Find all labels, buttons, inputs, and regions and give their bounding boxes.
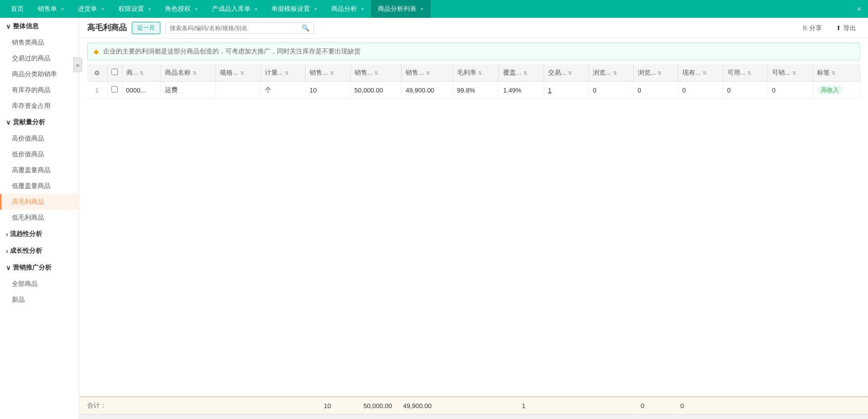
close-icon[interactable]: × [255,6,257,12]
export-icon: ⬆ [836,24,841,32]
nav-sales-order[interactable]: 销售单 × [31,0,71,18]
sort-icon: ⇅ [193,70,197,76]
time-filter-button[interactable]: 近一月 [132,22,160,34]
nav-role-auth[interactable]: 角色授权 × [158,0,204,18]
sidebar-item-traded-goods[interactable]: 交易过的商品 [0,50,79,66]
row-gross-rate: 99.8% [453,82,499,99]
row-view1: 0 [589,82,633,99]
sort-icon: ⇅ [831,70,835,76]
header-actions: ⎘ 分享 ⬆ 导出 [799,22,860,34]
th-tag[interactable]: 标签 ⇅ [813,64,860,82]
content-area: 高毛利商品 近一月 🔍 ⎘ 分享 ⬆ 导出 ◆ 企业的主要的利润都是这部分商品创… [79,18,868,419]
sort-icon: ⇅ [703,70,707,76]
row-number: 1 [87,82,107,99]
nav-home[interactable]: 首页 [4,0,31,18]
close-icon[interactable]: × [195,6,198,12]
th-sale-profit[interactable]: 销售... ⇅ [402,64,453,82]
row-coverage: 1.49% [499,82,544,99]
export-button[interactable]: ⬆ 导出 [832,22,860,34]
sidebar-section-growth[interactable]: › 成长性分析 [0,242,79,259]
th-settings[interactable]: ⚙ [87,64,107,82]
row-select-checkbox[interactable] [111,86,118,93]
bottom-scrollbar[interactable] [79,414,868,419]
close-icon[interactable]: × [101,6,104,12]
sort-icon: ⇅ [140,70,144,76]
table-row: 1 0000... 运费 个 10 50,000.00 49,900.00 99… [87,82,860,99]
nav-product-analysis[interactable]: 商品分析 × [324,0,371,18]
search-input[interactable] [170,25,299,32]
sidebar-section-flow[interactable]: › 流趋性分析 [0,226,79,242]
info-icon: ◆ [94,47,99,55]
sidebar-item-high-coverage[interactable]: 高覆盖量商品 [0,162,79,178]
nav-purchase-order[interactable]: 进货单 × [71,0,111,18]
sidebar-item-high-value[interactable]: 高价值商品 [0,131,79,146]
nav-template-settings[interactable]: 单据模板设置 × [264,0,324,18]
page-title: 高毛利商品 [87,23,127,33]
window-close-button[interactable]: × [854,4,864,14]
close-icon[interactable]: × [361,6,364,12]
sort-icon: ⇅ [330,70,334,76]
th-trade[interactable]: 交易... ⇅ [544,64,588,82]
sidebar-collapse-button[interactable]: « [73,57,82,72]
share-icon: ⎘ [803,24,807,32]
close-icon[interactable]: × [314,6,317,12]
select-all-checkbox[interactable] [111,69,118,75]
row-spec [216,82,260,99]
sidebar: ∨ 整体信息 销售类商品 交易过的商品 商品分类助销率 有库存的商品 库存资金占… [0,18,79,419]
sidebar-section-overall[interactable]: ∨ 整体信息 [0,18,79,35]
sidebar-item-new-goods[interactable]: 新品 [0,292,79,308]
th-spec[interactable]: 规格... ⇅ [216,64,260,82]
sort-icon: ⇅ [792,70,796,76]
search-icon[interactable]: 🔍 [302,24,309,32]
th-current[interactable]: 现有... ⇅ [678,64,723,82]
close-icon[interactable]: × [148,6,151,12]
footer-sale-profit: 49,900.00 [399,402,439,410]
sort-icon: ⇅ [747,70,751,76]
footer-cells: 10 50,000.00 49,900.00 1 0 0 [117,402,860,410]
share-button[interactable]: ⎘ 分享 [799,22,826,34]
close-icon[interactable]: × [61,6,64,12]
sidebar-item-low-coverage[interactable]: 低覆盖量商品 [0,178,79,194]
th-sale-amt[interactable]: 销售... ⇅ [350,64,401,82]
th-coverage[interactable]: 覆盖... ⇅ [499,64,544,82]
th-code[interactable]: 商... ⇅ [122,64,160,82]
th-gross-rate[interactable]: 毛利率 ⇅ [453,64,499,82]
th-checkbox[interactable] [107,64,122,82]
sidebar-item-category-sales-rate[interactable]: 商品分类助销率 [0,66,79,82]
sidebar-section-contribution[interactable]: ∨ 贡献量分析 [0,114,79,131]
search-box: 🔍 [165,22,314,34]
table-container[interactable]: ⚙ 商... ⇅ 商品名称 ⇅ [79,64,868,396]
footer-available: 0 [676,402,716,410]
nav-permission-settings[interactable]: 权限设置 × [111,0,158,18]
info-banner: ◆ 企业的主要的利润都是这部分商品创造的，可考虑加大推广，同时关注库存是不要出现… [87,43,860,60]
footer-sale-qty: 10 [320,402,359,410]
th-unit[interactable]: 计量... ⇅ [260,64,305,82]
sidebar-item-low-value[interactable]: 低价值商品 [0,146,79,162]
sidebar-item-low-margin[interactable]: 低毛利商品 [0,210,79,226]
data-table: ⚙ 商... ⇅ 商品名称 ⇅ [87,64,860,99]
th-sale-qty[interactable]: 销售... ⇅ [306,64,350,82]
sort-icon: ⇅ [374,70,378,76]
content-header: 高毛利商品 近一月 🔍 ⎘ 分享 ⬆ 导出 [79,18,868,39]
sidebar-item-stock-capital[interactable]: 库存资金占用 [0,98,79,114]
th-available[interactable]: 可用... ⇅ [723,64,767,82]
row-trade[interactable]: 1 [544,82,588,99]
nav-product-analysis-list[interactable]: 商品分析列表 × [371,0,430,18]
th-name[interactable]: 商品名称 ⇅ [160,64,215,82]
sidebar-section-marketing[interactable]: ∨ 营销推广分析 [0,259,79,276]
th-saleable[interactable]: 可销... ⇅ [768,64,813,82]
sidebar-item-in-stock-goods[interactable]: 有库存的商品 [0,82,79,98]
sort-icon: ⇅ [478,70,482,76]
close-icon[interactable]: × [420,6,423,12]
sidebar-item-all-goods[interactable]: 全部商品 [0,276,79,292]
row-checkbox[interactable] [107,82,122,99]
sort-icon: ⇅ [658,70,662,76]
table-header-row: ⚙ 商... ⇅ 商品名称 ⇅ [87,64,860,82]
sidebar-item-high-margin[interactable]: 高毛利商品 [0,194,79,210]
th-view2[interactable]: 浏览... ⇅ [633,64,678,82]
th-view1[interactable]: 浏览... ⇅ [589,64,633,82]
nav-finished-goods[interactable]: 产成品入库单 × [205,0,264,18]
footer-summary: 合计： 10 50,000.00 49,900.00 1 0 0 [79,396,868,414]
sidebar-item-sales-goods[interactable]: 销售类商品 [0,35,79,50]
row-saleable: 0 [768,82,813,99]
